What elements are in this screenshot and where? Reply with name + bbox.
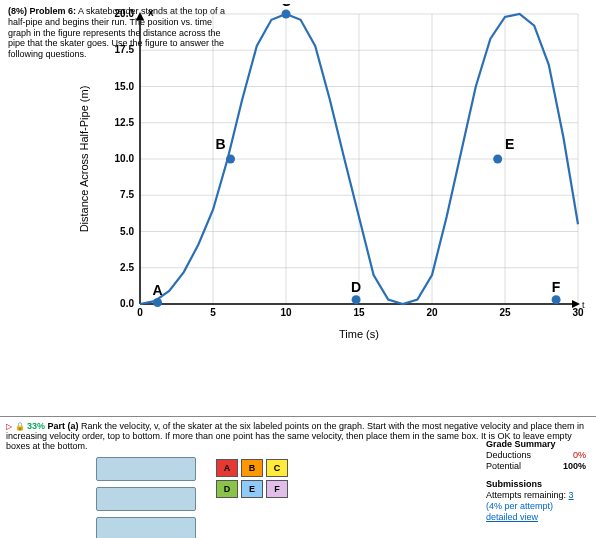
part-name: Part (a) <box>48 421 79 431</box>
svg-text:20: 20 <box>426 307 438 318</box>
svg-text:2.5: 2.5 <box>120 262 134 273</box>
per-attempt: (4% per attempt) <box>486 501 586 512</box>
detailed-view-link[interactable]: detailed view <box>486 512 586 523</box>
submissions-header: Submissions <box>486 479 586 490</box>
svg-text:F: F <box>552 279 561 295</box>
position-graph: 0510152025300.02.55.07.510.012.515.017.5… <box>70 4 590 344</box>
chip-f[interactable]: F <box>266 480 288 498</box>
svg-text:12.5: 12.5 <box>115 117 135 128</box>
rank-slot-1[interactable] <box>96 457 196 481</box>
svg-text:10: 10 <box>280 307 292 318</box>
part-percent: 33% <box>27 421 45 431</box>
svg-text:t: t <box>582 300 585 310</box>
grade-summary: Grade Summary Deductions 0% Potential 10… <box>486 439 586 524</box>
chip-e[interactable]: E <box>241 480 263 498</box>
chip-a[interactable]: A <box>216 459 238 477</box>
svg-text:x: x <box>148 7 154 18</box>
svg-text:7.5: 7.5 <box>120 189 134 200</box>
svg-text:10.0: 10.0 <box>115 153 135 164</box>
rank-slot-3[interactable] <box>96 517 196 538</box>
svg-marker-34 <box>136 12 144 20</box>
svg-point-38 <box>226 155 235 164</box>
attempts-remaining-link[interactable]: 3 <box>569 490 574 500</box>
potential-row: Potential 100% <box>486 461 586 472</box>
lock-icon: 🔒 <box>15 422 25 431</box>
part-a-section: ▷ 🔒 33% Part (a) Rank the velocity, v, o… <box>0 416 596 538</box>
rank-slot-2[interactable] <box>96 487 196 511</box>
svg-point-42 <box>352 295 361 304</box>
svg-point-46 <box>552 295 561 304</box>
svg-text:0.0: 0.0 <box>120 298 134 309</box>
svg-text:0: 0 <box>137 307 143 318</box>
svg-point-40 <box>282 10 291 19</box>
attempts-row: Attempts remaining: 3 <box>486 490 586 501</box>
deductions-row: Deductions 0% <box>486 450 586 461</box>
svg-text:A: A <box>152 282 162 298</box>
svg-text:Distance Across Half-Pipe (m): Distance Across Half-Pipe (m) <box>78 86 90 233</box>
svg-text:5.0: 5.0 <box>120 226 134 237</box>
svg-text:17.5: 17.5 <box>115 44 135 55</box>
svg-text:25: 25 <box>499 307 511 318</box>
svg-text:B: B <box>215 136 225 152</box>
svg-point-44 <box>493 155 502 164</box>
svg-text:15.0: 15.0 <box>115 81 135 92</box>
svg-text:Time (s): Time (s) <box>339 328 379 340</box>
chip-b[interactable]: B <box>241 459 263 477</box>
svg-point-36 <box>153 298 162 307</box>
ranking-slots <box>96 457 196 538</box>
svg-text:15: 15 <box>353 307 365 318</box>
svg-text:E: E <box>505 136 514 152</box>
svg-text:C: C <box>281 4 291 9</box>
chip-d[interactable]: D <box>216 480 238 498</box>
svg-text:D: D <box>351 279 361 295</box>
problem-label: (8%) Problem 6: <box>8 6 76 16</box>
chip-c[interactable]: C <box>266 459 288 477</box>
chip-palette: A B C D E F <box>216 459 288 538</box>
svg-text:20.0: 20.0 <box>115 8 135 19</box>
grade-header: Grade Summary <box>486 439 586 450</box>
expand-icon: ▷ <box>6 422 12 431</box>
svg-text:5: 5 <box>210 307 216 318</box>
